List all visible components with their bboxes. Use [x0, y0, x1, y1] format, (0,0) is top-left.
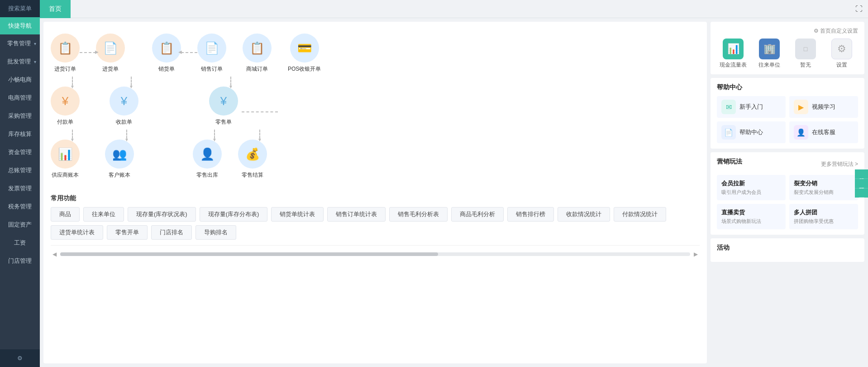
sidebar-item-ecom-small[interactable]: 小畅电商 [0, 71, 40, 89]
marketing-fission-desc: 裂变式发展分销商 [794, 189, 854, 196]
func-btn-12[interactable]: 零售开单 [107, 225, 148, 240]
marketing-group[interactable]: 多人拼团 拼团购物享受优惠 [789, 204, 858, 229]
marketing-fission[interactable]: 裂变分销 裂变式发展分销商 [789, 175, 858, 200]
sidebar-item-ecom[interactable]: 电商管理 [0, 89, 40, 107]
receipt-icon[interactable]: ¥ [110, 87, 138, 116]
shortcut-cashflow[interactable]: 📊 现金流量表 [717, 39, 749, 69]
marketing-more[interactable]: 更多营销玩法 > [821, 160, 858, 168]
sales-label: 销货单 [158, 65, 175, 73]
marketing-live[interactable]: 直播卖货 场景式购物新玩法 [717, 204, 786, 229]
customer-account-label: 客户账本 [109, 171, 130, 179]
scroll-left-btn[interactable]: ◀ [51, 249, 58, 259]
empty-label: 暂无 [800, 61, 811, 69]
help-grid: ✉ 新手入门 ▶ 视频学习 📄 帮助中心 👤 在线客服 [717, 96, 858, 143]
retail-settle-icon[interactable]: 💰 [238, 140, 267, 169]
sidebar-item-assets[interactable]: 固定资产 [0, 216, 40, 234]
video-icon: ▶ [794, 100, 808, 114]
sidebar-item-invoice[interactable]: 发票管理 [0, 179, 40, 198]
flow-node-pos: 💳 POS收银开单 [288, 34, 321, 73]
func-btn-0[interactable]: 商品 [51, 207, 80, 222]
receipt-label: 收款单 [116, 118, 132, 126]
payment-label: 付款单 [57, 118, 73, 126]
marketing-card: 营销玩法 更多营销玩法 > 会员拉新 吸引用户成为会员 裂变分销 裂变式发展分销… [711, 152, 864, 235]
purchase-order-label: 进货订单 [54, 65, 76, 73]
sidebar-item-salary[interactable]: 工资 [0, 234, 40, 252]
func-btn-3[interactable]: 现存量(库存分布表) [200, 207, 268, 222]
fullscreen-button[interactable]: ⛶ [855, 5, 863, 13]
online-icon: 👤 [794, 125, 808, 140]
help-center-item[interactable]: 📄 帮助中心 [717, 121, 786, 143]
payment-icon[interactable]: ¥ [51, 87, 80, 116]
func-btn-2[interactable]: 现存量(库存状况表) [128, 207, 196, 222]
customer-account-icon[interactable]: 👥 [105, 140, 134, 169]
sidebar-item-finance[interactable]: 资金管理 [0, 143, 40, 161]
marketing-member-title: 会员拉新 [721, 179, 781, 188]
sidebar-item-store[interactable]: 门店管理 [0, 252, 40, 270]
func-btn-6[interactable]: 销售毛利分析表 [389, 207, 448, 222]
func-btn-10[interactable]: 付款情况统计 [614, 207, 666, 222]
contacts-label: 往来单位 [758, 61, 780, 69]
sidebar-nav-active[interactable]: 快捷导航 [0, 17, 40, 34]
func-btn-5[interactable]: 销售订单统计表 [327, 207, 386, 222]
func-btn-1[interactable]: 往来单位 [83, 207, 124, 222]
marketing-header: 营销玩法 更多营销玩法 > [717, 158, 858, 170]
sidebar-item-wholesale[interactable]: 批发管理 ▾ [0, 53, 40, 71]
shortcut-settings[interactable]: ⚙ 设置 [825, 39, 858, 69]
shortcuts-settings[interactable]: ⚙ 首页自定义设置 [717, 27, 858, 35]
cashflow-label: 现金流量表 [720, 61, 747, 69]
pos-icon[interactable]: 💳 [290, 34, 319, 63]
shortcut-contacts[interactable]: 🏢 往来单位 [753, 39, 786, 69]
float-desktop[interactable]: 桌面快捷 [855, 188, 868, 198]
sidebar-item-inventory[interactable]: 库存核算 [0, 125, 40, 143]
func-btn-14[interactable]: 导购排名 [196, 225, 236, 240]
func-btn-8[interactable]: 销售排行榜 [507, 207, 554, 222]
marketing-group-title: 多人拼团 [794, 208, 854, 217]
purchase-order-icon[interactable]: 📋 [51, 34, 80, 63]
help-card: 帮助中心 ✉ 新手入门 ▶ 视频学习 📄 帮助中心 👤 [711, 78, 864, 149]
help-title: 帮助中心 [717, 83, 858, 92]
func-btn-9[interactable]: 收款情况统计 [558, 207, 610, 222]
retail-out-icon[interactable]: 👤 [193, 140, 222, 169]
chevron-down-icon: ▾ [34, 59, 36, 64]
flow-node-retail-settle: 💰 零售结算 [238, 130, 267, 179]
help-video[interactable]: ▶ 视频学习 [789, 96, 858, 118]
func-btn-13[interactable]: 门店排名 [151, 225, 192, 240]
sales-icon[interactable]: 📋 [152, 34, 181, 63]
func-btn-11[interactable]: 进货单统计表 [51, 225, 103, 240]
func-btn-4[interactable]: 销货单统计表 [271, 207, 324, 222]
scroll-right-btn[interactable]: ▶ [692, 249, 700, 259]
help-beginner[interactable]: ✉ 新手入门 [717, 96, 786, 118]
empty-icon: □ [795, 39, 816, 59]
shortcut-empty[interactable]: □ 暂无 [789, 39, 822, 69]
float-buttons: 客服热线 服务社区 桌面快捷 [855, 169, 868, 198]
sidebar-item-ledger[interactable]: 总账管理 [0, 161, 40, 179]
help-online[interactable]: 👤 在线客服 [789, 121, 858, 143]
purchase-label: 进货单 [102, 65, 119, 73]
marketing-grid: 会员拉新 吸引用户成为会员 裂变分销 裂变式发展分销商 直播卖货 场景式购物新玩… [717, 175, 858, 229]
sidebar-settings[interactable]: ⚙ [0, 349, 40, 367]
scroll-area: ◀ ▶ [51, 245, 700, 259]
tab-home[interactable]: 首页 [40, 0, 71, 18]
mall-order-icon[interactable]: 📋 [243, 34, 272, 63]
supplier-account-icon[interactable]: 📊 [51, 140, 80, 169]
sidebar-item-tax[interactable]: 税务管理 [0, 198, 40, 216]
sidebar-item-retail[interactable]: 零售管理 ▾ [0, 34, 40, 53]
purchase-icon[interactable]: 📄 [96, 34, 125, 63]
common-func-title: 常用功能 [51, 194, 700, 203]
retail-icon[interactable]: ¥ [209, 87, 238, 116]
float-community[interactable]: 服务社区 [855, 179, 868, 188]
content-area: 📋 进货订单 📄 进货单 [40, 18, 868, 367]
flow-node-purchase-order: 📋 进货订单 [51, 34, 80, 73]
sidebar-search[interactable]: 搜索菜单 [0, 0, 40, 17]
flow-node-receipt: ¥ 收款单 [110, 77, 138, 126]
scroll-track[interactable] [60, 252, 690, 256]
sales-order-icon[interactable]: 📄 [197, 34, 226, 63]
flow-node-payment: ¥ 付款单 [51, 77, 80, 126]
settings-label: 设置 [836, 61, 847, 69]
marketing-member[interactable]: 会员拉新 吸引用户成为会员 [717, 175, 786, 200]
sidebar-item-purchase[interactable]: 采购管理 [0, 107, 40, 125]
float-customer-service[interactable]: 客服热线 [855, 169, 868, 179]
func-btn-7[interactable]: 商品毛利分析 [451, 207, 504, 222]
retail-out-label: 零售出库 [196, 171, 218, 179]
chevron-down-icon: ▾ [34, 41, 36, 46]
